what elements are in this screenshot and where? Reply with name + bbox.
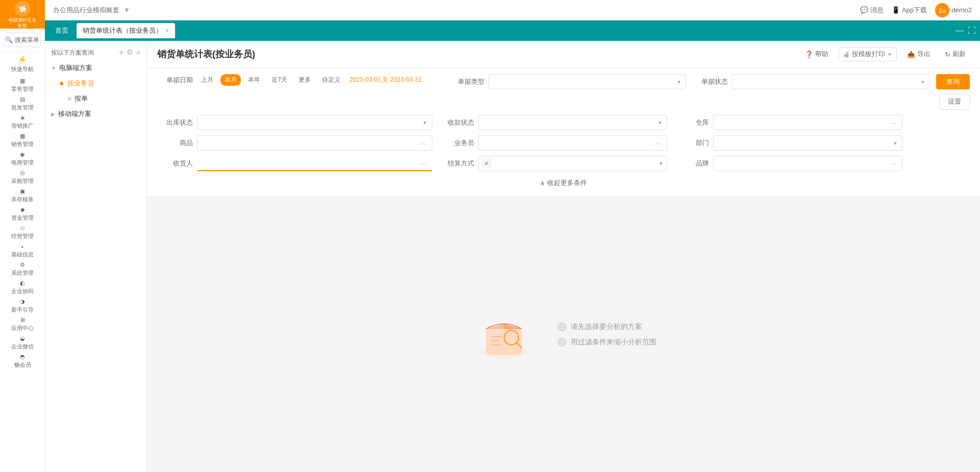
header-right: 💬 消息 📱 App下载 Ea demo2 (860, 3, 972, 17)
sidebar-nav-list: ▦ 零售管理 ▤ 批发管理 ◈ 营销推广 ▩ 销售管理 ◉ 电商管理 ◎ 采购管… (0, 76, 44, 472)
sidebar: 畅 畅捷通好生意 标版 🔍 搜索菜单 ⚡ 快捷导航 ▦ 零售管理 ▤ 批发管理 … (0, 0, 45, 472)
sidebar-item-wechat[interactable]: ◒ 企业微信 (0, 334, 44, 352)
recipient-input[interactable]: ··· (197, 156, 432, 171)
active-indicator-icon: ● (59, 79, 64, 88)
empty-illustration (471, 301, 537, 369)
sidebar-item-member[interactable]: ◓ 畅会员 (0, 352, 44, 370)
setting-button[interactable]: 设置 (939, 93, 970, 110)
add-scheme-button[interactable]: + (119, 48, 124, 57)
salesperson-input[interactable]: ··· (478, 135, 668, 151)
tab-home[interactable]: 首页 (49, 23, 75, 38)
department-label: 部门 (673, 138, 709, 148)
search-menu-button[interactable]: 🔍 搜索菜单 (4, 33, 41, 47)
sidebar-label: 资金管理 (11, 214, 34, 222)
user-menu[interactable]: Ea demo2 (935, 3, 972, 17)
recipient-label: 收货人 (157, 159, 193, 168)
sidebar-item-apps[interactable]: ⊞ 应用中心 (0, 315, 44, 334)
doc-status-label: 单据状态 (692, 77, 728, 86)
settlement-dropdown-icon[interactable]: ▼ (658, 161, 664, 167)
collapse-panel-button[interactable]: « (136, 48, 140, 57)
sidebar-item-marketing[interactable]: ◈ 营销推广 (0, 113, 44, 131)
print-label: 按模板打印 (852, 50, 885, 59)
by-order-icon: ≡ (67, 95, 71, 103)
sidebar-item-finance[interactable]: ◆ 资金管理 (0, 205, 44, 223)
sidebar-label: 批发管理 (11, 104, 34, 111)
date-filter-label: 单据日期 (157, 76, 193, 85)
chevron-down-icon[interactable]: ▼ (124, 6, 130, 14)
sidebar-label: 应用中心 (11, 324, 34, 332)
date-filter-group: 上月 本月 本年 近7天 更多 自定义 2023-03-01 至 2023-03… (197, 74, 443, 86)
sidebar-label: 企业微信 (11, 343, 34, 350)
department-select[interactable]: ▼ (713, 135, 902, 151)
header-left: 办公用品行业模拟账套 ▼ (53, 6, 130, 15)
sidebar-label: 企业协同 (11, 288, 34, 295)
sidebar-item-enterprise[interactable]: ◐ 企业协同 (0, 278, 44, 297)
query-button[interactable]: 查询 (936, 74, 970, 89)
sidebar-item-basic[interactable]: ▪ 基础信息 (0, 242, 44, 260)
tree-by-salesperson[interactable]: ● 按业务员 (45, 76, 146, 91)
sidebar-item-guide[interactable]: ◑ 新手引导 (0, 297, 44, 315)
sidebar-item-ecommerce[interactable]: ◉ 电商管理 (0, 150, 44, 168)
inventory-icon: ▣ (20, 188, 25, 195)
last7days-button[interactable]: 近7天 (267, 74, 291, 86)
last-month-button[interactable]: 上月 (197, 74, 217, 86)
this-month-button[interactable]: 本月 (220, 74, 241, 86)
print-button[interactable]: 🖨 按模板打印 ▼ (839, 47, 897, 61)
brand-input[interactable]: ··· (713, 156, 902, 171)
ship-status-label: 出库状态 (157, 118, 193, 127)
download-icon: 📱 (892, 6, 900, 14)
tab-maximize-button[interactable]: ⛶ (968, 26, 976, 35)
warehouse-input[interactable]: ··· (713, 115, 902, 130)
message-button[interactable]: 💬 消息 (860, 6, 884, 15)
export-button[interactable]: 📤 导出 (903, 48, 935, 61)
filter-area: 单据日期 上月 本月 本年 近7天 更多 自定义 2023-03-01 至 20… (147, 68, 980, 197)
sidebar-item-sales[interactable]: ▩ 销售管理 (0, 131, 44, 150)
lightning-icon: ⚡ (17, 55, 28, 64)
marketing-icon: ◈ (20, 114, 24, 121)
app-download-button[interactable]: 📱 App下载 (892, 6, 927, 15)
tree-desktop-scheme[interactable]: ▼ 电脑端方案 (45, 60, 146, 76)
brand-dots-button[interactable]: ··· (888, 160, 898, 168)
tab-close-button[interactable]: × (165, 27, 169, 34)
breadcrumb-text: 办公用品行业模拟账套 (53, 6, 119, 15)
refresh-button[interactable]: ↻ 刷新 (941, 48, 970, 61)
doc-status-select[interactable]: ▼ (732, 74, 930, 89)
sidebar-item-system[interactable]: ⚙ 系统管理 (0, 260, 44, 278)
settlement-tag-close[interactable]: × (485, 160, 488, 167)
ship-status-select[interactable]: ▼ (197, 115, 432, 130)
salesperson-dots-button[interactable]: ··· (653, 139, 663, 147)
operations-icon: ◇ (20, 225, 24, 231)
more-date-button[interactable]: 更多 (295, 74, 315, 86)
collapse-filters-button[interactable]: ∧ 收起更多条件 (157, 175, 970, 191)
quick-nav-item[interactable]: ⚡ 快捷导航 (0, 55, 45, 73)
tree-mobile-scheme[interactable]: ▶ 移动端方案 (45, 106, 146, 122)
this-year-button[interactable]: 本年 (244, 74, 264, 86)
content-area: 按以下方案查询 + ⚙ « ▼ 电脑端方案 ● 按业务员 ≡ 按单 ▶ (45, 41, 980, 472)
help-button[interactable]: ❓ 帮助 (801, 48, 832, 61)
tab-sales-stat[interactable]: 销货单统计表（按业务员） × (77, 23, 175, 38)
empty-icon (471, 301, 537, 367)
sidebar-item-procurement[interactable]: ◎ 采购管理 (0, 168, 44, 186)
print-dropdown-icon[interactable]: ▼ (887, 52, 892, 57)
payment-status-select[interactable]: ▼ (478, 115, 668, 130)
tree-by-order[interactable]: ≡ 按单 (45, 91, 146, 106)
doc-type-select[interactable]: ▼ (488, 74, 687, 89)
sidebar-item-inventory[interactable]: ▣ 库存核算 (0, 186, 44, 205)
recipient-dots-button[interactable]: ··· (419, 159, 428, 167)
goods-input[interactable]: ··· (197, 135, 432, 151)
apps-icon: ⊞ (20, 317, 25, 323)
settings-scheme-button[interactable]: ⚙ (127, 48, 133, 57)
avatar-image: Ea (935, 3, 949, 17)
warehouse-dots-button[interactable]: ··· (888, 119, 898, 127)
goods-dots-button[interactable]: ··· (418, 139, 428, 147)
wechat-icon: ◒ (20, 335, 25, 342)
zero-retail-icon: ▦ (20, 78, 25, 84)
avatar: Ea (935, 3, 949, 17)
procurement-icon: ◎ (20, 170, 25, 176)
custom-date-button[interactable]: 自定义 (318, 74, 345, 86)
sidebar-item-zero-retail[interactable]: ▦ 零售管理 (0, 76, 44, 95)
sidebar-item-operations[interactable]: ◇ 经营管理 (0, 223, 44, 242)
sidebar-item-wholesale[interactable]: ▤ 批发管理 (0, 95, 44, 113)
tab-minimize-button[interactable]: — (955, 26, 964, 35)
settlement-input[interactable]: × ▼ (478, 156, 668, 171)
